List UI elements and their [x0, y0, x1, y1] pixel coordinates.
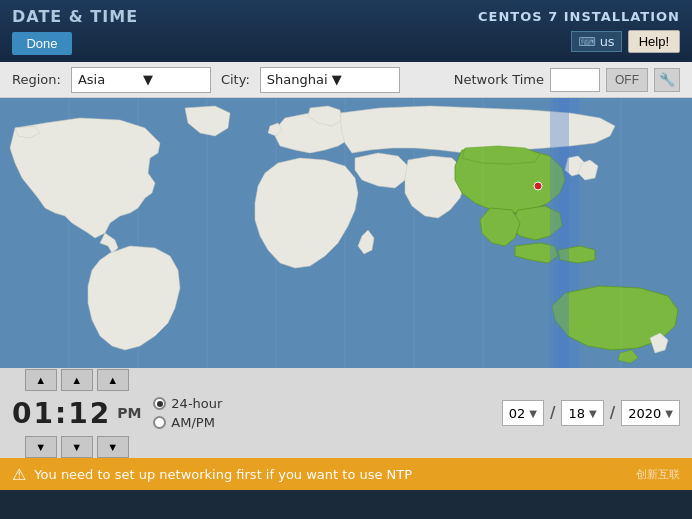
ampm-display: PM	[117, 405, 141, 421]
centos-title: CENTOS 7 INSTALLATION	[478, 9, 680, 24]
svg-rect-12	[550, 98, 569, 368]
city-dropdown-arrow: ▼	[332, 72, 393, 87]
keyboard-icon: ⌨	[578, 35, 595, 49]
minutes-down-button[interactable]: ▼	[61, 436, 93, 458]
header-controls: ⌨ us Help!	[571, 30, 680, 53]
region-dropdown-arrow: ▼	[143, 72, 204, 87]
spinner-up-row: ▲ ▲ ▲	[25, 369, 129, 391]
date-selectors: 02 ▼ / 18 ▼ / 2020 ▼	[502, 400, 680, 426]
time-value: 01:12	[12, 397, 111, 430]
format-24h-radio[interactable]	[153, 397, 166, 410]
spinner-down-row: ▼ ▼ ▼	[25, 436, 129, 458]
network-time-input[interactable]	[550, 68, 600, 92]
keyboard-selector[interactable]: ⌨ us	[571, 31, 621, 52]
year-value: 2020	[628, 406, 661, 421]
minutes-up-button[interactable]: ▲	[61, 369, 93, 391]
day-dropdown-arrow: ▼	[589, 408, 597, 419]
format-ampm-label: AM/PM	[171, 415, 215, 430]
format-ampm-radio[interactable]	[153, 416, 166, 429]
world-map	[0, 98, 692, 368]
config-icon: 🔧	[659, 72, 675, 87]
header: DATE & TIME Done CENTOS 7 INSTALLATION ⌨…	[0, 0, 692, 62]
time-display: 01:12 PM	[12, 397, 141, 430]
format-options: 24-hour AM/PM	[153, 396, 222, 430]
month-dropdown-arrow: ▼	[529, 408, 537, 419]
city-select[interactable]: Shanghai ▼	[260, 67, 400, 93]
toolbar: Region: Asia ▼ City: Shanghai ▼ Network …	[0, 62, 692, 98]
map-container[interactable]	[0, 98, 692, 368]
header-right: CENTOS 7 INSTALLATION ⌨ us Help!	[478, 9, 680, 53]
date-separator-2: /	[610, 404, 615, 422]
minutes-display: 12	[68, 397, 111, 430]
page-title: DATE & TIME	[12, 7, 138, 26]
done-button[interactable]: Done	[12, 32, 72, 55]
date-separator-1: /	[550, 404, 555, 422]
year-dropdown-arrow: ▼	[665, 408, 673, 419]
region-value: Asia	[78, 72, 139, 87]
seconds-down-button[interactable]: ▼	[97, 436, 129, 458]
network-time-section: Network Time OFF 🔧	[454, 68, 680, 92]
warning-text: You need to set up networking first if y…	[34, 467, 628, 482]
day-value: 18	[568, 406, 585, 421]
day-select[interactable]: 18 ▼	[561, 400, 603, 426]
format-ampm-option[interactable]: AM/PM	[153, 415, 222, 430]
help-button[interactable]: Help!	[628, 30, 680, 53]
region-select[interactable]: Asia ▼	[71, 67, 211, 93]
warning-bar: ⚠ You need to set up networking first if…	[0, 458, 692, 490]
hours-up-button[interactable]: ▲	[25, 369, 57, 391]
header-left: DATE & TIME Done	[12, 7, 138, 55]
network-time-toggle[interactable]: OFF	[606, 68, 648, 92]
network-time-label: Network Time	[454, 72, 544, 87]
format-24h-label: 24-hour	[171, 396, 222, 411]
hours-display: 01	[12, 397, 55, 430]
warning-icon: ⚠	[12, 465, 26, 484]
year-select[interactable]: 2020 ▼	[621, 400, 680, 426]
month-value: 02	[509, 406, 526, 421]
network-time-config[interactable]: 🔧	[654, 68, 680, 92]
seconds-up-button[interactable]: ▲	[97, 369, 129, 391]
month-select[interactable]: 02 ▼	[502, 400, 544, 426]
city-value: Shanghai	[267, 72, 328, 87]
hours-down-button[interactable]: ▼	[25, 436, 57, 458]
time-controls: ▲ ▲ ▲ 01:12 PM ▼ ▼ ▼ 24-hour AM/PM 02	[0, 368, 692, 458]
svg-point-2	[534, 182, 542, 190]
region-label: Region:	[12, 72, 61, 87]
keyboard-value: us	[600, 34, 615, 49]
watermark: 创新互联	[636, 467, 680, 482]
format-24h-option[interactable]: 24-hour	[153, 396, 222, 411]
city-label: City:	[221, 72, 250, 87]
